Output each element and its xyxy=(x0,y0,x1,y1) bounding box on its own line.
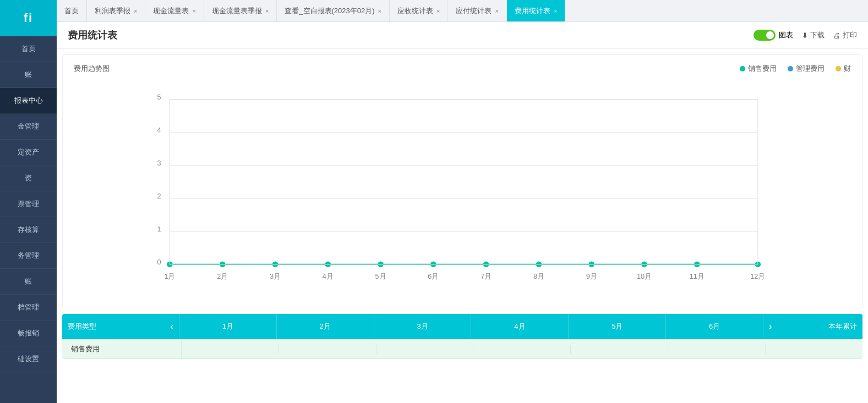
legend-finance: 财 xyxy=(836,64,851,74)
td-type: 销售费用 xyxy=(62,340,182,358)
tab-close-cashflow[interactable]: × xyxy=(192,8,195,14)
sidebar-item-smooth[interactable]: 畅报销 xyxy=(0,321,57,346)
svg-text:8月: 8月 xyxy=(533,273,544,280)
td-ytd xyxy=(766,345,862,354)
svg-text:11月: 11月 xyxy=(690,273,705,280)
th-m6: 6月 xyxy=(666,314,763,339)
chart-toggle[interactable] xyxy=(754,30,776,41)
tab-close-ar[interactable]: × xyxy=(436,8,440,14)
tab-close-ap[interactable]: × xyxy=(495,8,498,14)
td-m3 xyxy=(376,345,474,354)
tab-close-expense[interactable]: × xyxy=(554,8,557,14)
svg-text:2: 2 xyxy=(157,192,161,200)
legend-dot-sales xyxy=(740,66,745,71)
svg-text:5月: 5月 xyxy=(375,273,386,280)
sidebar-item-capital[interactable]: 金管理 xyxy=(0,114,57,140)
svg-text:4月: 4月 xyxy=(323,273,334,280)
page-title: 费用统计表 xyxy=(68,29,117,42)
legend-label-admin: 管理费用 xyxy=(796,64,825,74)
tab-bar: 首页 利润表季报 × 现金流量表 × 现金流量表季报 × 查看_空白报表(202… xyxy=(57,0,868,22)
chart-title: 费用趋势图 xyxy=(74,64,110,74)
tab-expense[interactable]: 费用统计表 × xyxy=(507,0,565,21)
main-area: 首页 利润表季报 × 现金流量表 × 现金流量表季报 × 查看_空白报表(202… xyxy=(57,0,868,403)
sidebar: fi 首页 账 报表中心 金管理 定资产 资 票管理 存核算 务管理 账 档管理… xyxy=(0,0,57,403)
tab-profit[interactable]: 利润表季报 × xyxy=(87,0,145,21)
svg-rect-24 xyxy=(170,100,757,264)
th-m2: 2月 xyxy=(277,314,374,339)
svg-text:4: 4 xyxy=(157,126,161,134)
svg-text:6月: 6月 xyxy=(428,273,439,280)
prev-month-arrow[interactable]: ‹ xyxy=(171,322,173,332)
th-type: 费用类型 ‹ xyxy=(62,314,179,339)
sidebar-item-ledger[interactable]: 账 xyxy=(0,62,57,88)
th-m5: 5月 xyxy=(569,314,666,339)
download-button[interactable]: ⬇ 下载 xyxy=(802,30,825,40)
chart-toggle-wrap: 图表 xyxy=(754,30,793,41)
sidebar-item-business[interactable]: 务管理 xyxy=(0,243,57,269)
td-m2 xyxy=(279,345,376,354)
legend-label-finance: 财 xyxy=(844,64,851,74)
content-area: 费用趋势图 销售费用 管理费用 财 xyxy=(57,49,868,403)
print-icon: 🖨 xyxy=(833,31,840,40)
table-row: 销售费用 xyxy=(62,339,862,359)
tab-cashflow[interactable]: 现金流量表 × xyxy=(145,0,204,21)
th-m4: 4月 xyxy=(471,314,569,339)
sidebar-item-home[interactable]: 首页 xyxy=(0,36,57,62)
print-button[interactable]: 🖨 打印 xyxy=(833,30,857,40)
logo: fi xyxy=(0,0,57,36)
svg-text:1: 1 xyxy=(157,225,161,233)
svg-text:0: 0 xyxy=(157,258,161,266)
chart-header: 费用趋势图 销售费用 管理费用 财 xyxy=(74,64,851,74)
page-header: 费用统计表 图表 ⬇ 下载 🖨 打印 xyxy=(57,22,868,49)
svg-text:7月: 7月 xyxy=(481,273,492,280)
sidebar-item-file-mgmt[interactable]: 档管理 xyxy=(0,295,57,321)
table-header: 费用类型 ‹ 1月 2月 3月 4月 5月 6月 › 本年累计 xyxy=(62,314,862,339)
chart-legend: 销售费用 管理费用 财 xyxy=(740,64,851,74)
td-m4 xyxy=(473,345,571,354)
td-m6 xyxy=(668,345,766,354)
sidebar-item-fixed-assets[interactable]: 定资产 xyxy=(0,140,57,165)
chart-svg-container: 0 1 2 3 4 5 xyxy=(74,79,851,299)
legend-dot-admin xyxy=(788,66,793,71)
svg-text:12月: 12月 xyxy=(750,273,765,280)
tab-close-profit[interactable]: × xyxy=(134,8,137,14)
tab-home[interactable]: 首页 xyxy=(57,0,87,21)
chart-section: 费用趋势图 销售费用 管理费用 财 xyxy=(62,54,862,308)
tab-ar[interactable]: 应收统计表 × xyxy=(390,0,448,21)
legend-dot-finance xyxy=(836,66,841,71)
svg-text:2月: 2月 xyxy=(217,273,228,280)
sidebar-item-accounts[interactable]: 账 xyxy=(0,269,57,295)
td-m5 xyxy=(571,345,668,354)
sidebar-item-reports[interactable]: 报表中心 xyxy=(0,88,57,114)
tab-cashflow-q[interactable]: 现金流量表季报 × xyxy=(204,0,277,21)
th-next-arrow-ytd: › 本年累计 xyxy=(763,314,862,339)
trend-chart: 0 1 2 3 4 5 xyxy=(74,79,851,299)
svg-text:9月: 9月 xyxy=(586,273,597,280)
svg-text:10月: 10月 xyxy=(637,273,652,280)
svg-text:3: 3 xyxy=(157,159,161,167)
tab-close-blank-report[interactable]: × xyxy=(378,8,381,14)
download-icon: ⬇ xyxy=(802,31,808,40)
tab-close-cashflow-q[interactable]: × xyxy=(265,8,269,14)
sidebar-item-settings[interactable]: 础设置 xyxy=(0,346,57,372)
svg-text:1月: 1月 xyxy=(164,273,175,280)
svg-text:3月: 3月 xyxy=(270,273,281,280)
sidebar-item-investment[interactable]: 资 xyxy=(0,165,57,191)
th-m1: 1月 xyxy=(179,314,277,339)
legend-sales: 销售费用 xyxy=(740,64,777,74)
next-month-arrow[interactable]: › xyxy=(769,322,772,332)
header-actions: 图表 ⬇ 下载 🖨 打印 xyxy=(754,30,857,41)
tab-ap[interactable]: 应付统计表 × xyxy=(448,0,506,21)
chart-toggle-label: 图表 xyxy=(779,30,793,40)
table-section: 费用类型 ‹ 1月 2月 3月 4月 5月 6月 › 本年累计 销售费用 xyxy=(62,314,862,359)
svg-text:5: 5 xyxy=(157,93,161,101)
sidebar-item-invoice[interactable]: 票管理 xyxy=(0,191,57,217)
legend-admin: 管理费用 xyxy=(788,64,825,74)
th-m3: 3月 xyxy=(374,314,472,339)
td-m1 xyxy=(182,345,279,354)
sidebar-item-inventory[interactable]: 存核算 xyxy=(0,217,57,243)
legend-label-sales: 销售费用 xyxy=(748,64,777,74)
tab-blank-report[interactable]: 查看_空白报表(2023年02月) × xyxy=(277,0,390,21)
